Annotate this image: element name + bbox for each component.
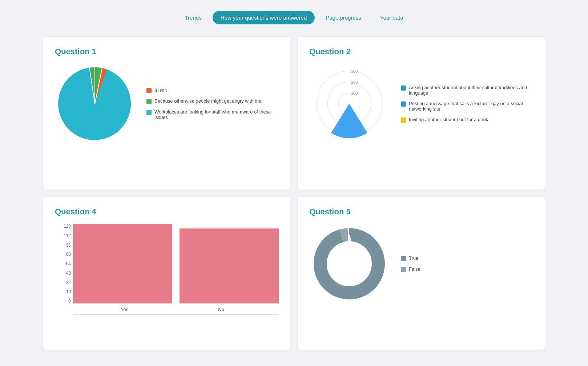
tab-how-answered[interactable]: How your questions were answered xyxy=(213,11,315,24)
q2-chart-area: 300 200 100 Asking another student about… xyxy=(309,64,533,144)
q5-title: Question 5 xyxy=(309,207,533,216)
bar-yes xyxy=(73,224,172,303)
q5-chart-area: True False xyxy=(309,224,533,304)
y-label-0: 0 xyxy=(68,299,71,304)
tab-page-progress[interactable]: Page progress xyxy=(318,11,369,24)
svg-text:300: 300 xyxy=(351,69,358,73)
q4-bars-area: Yes No xyxy=(73,224,279,315)
tab-your-data[interactable]: Your data xyxy=(372,11,411,24)
q1-legend: It isn't Because otherwise people might … xyxy=(146,87,279,120)
question-2-card: Question 2 300 200 100 xyxy=(298,37,545,190)
q1-swatch-1 xyxy=(146,99,152,104)
q1-legend-label-0: It isn't xyxy=(154,87,167,93)
q5-legend-label-1: False xyxy=(409,266,420,272)
q1-legend-item-0: It isn't xyxy=(146,87,279,93)
q2-legend-label-1: Posting a message that calls a lecturer … xyxy=(409,101,533,112)
q2-legend-item-1: Posting a message that calls a lecturer … xyxy=(401,101,533,112)
y-label-80: 80 xyxy=(66,252,71,257)
q4-y-axis: 128 112 96 80 64 48 32 16 0 xyxy=(55,224,71,304)
q1-title: Question 1 xyxy=(55,47,279,56)
q2-legend-item-2: Inviting another student out for a drink xyxy=(401,117,533,123)
q2-swatch-2 xyxy=(401,118,406,123)
q1-swatch-2 xyxy=(146,110,152,115)
question-5-card: Question 5 True xyxy=(298,197,545,350)
q4-chart-inner: 128 112 96 80 64 48 32 16 0 xyxy=(55,224,279,315)
q1-chart-area: It isn't Because otherwise people might … xyxy=(55,64,279,144)
navigation-bar: Trends How your questions were answered … xyxy=(7,7,581,28)
q5-legend-label-0: True xyxy=(409,255,418,261)
q5-swatch-1 xyxy=(401,267,406,272)
q1-legend-item-2: Workplaces are looking for staff who are… xyxy=(146,109,279,120)
q5-legend: True False xyxy=(401,255,420,272)
q2-polar-chart: 300 200 100 xyxy=(309,64,389,144)
svg-text:100: 100 xyxy=(351,91,358,95)
bar-group-no xyxy=(180,224,279,303)
y-label-128: 128 xyxy=(64,224,71,229)
q2-title: Question 2 xyxy=(309,47,533,56)
q5-swatch-0 xyxy=(401,256,406,261)
q2-legend-item-0: Asking another student about their cultu… xyxy=(401,85,533,96)
q1-legend-label-2: Workplaces are looking for staff who are… xyxy=(154,109,279,120)
q2-swatch-1 xyxy=(401,102,406,107)
dashboard-grid: Question 1 It is xyxy=(43,37,545,350)
bar-no xyxy=(180,228,279,303)
bar-label-no: No xyxy=(218,307,224,312)
q4-bar-chart: 128 112 96 80 64 48 32 16 0 xyxy=(55,224,279,315)
q1-legend-item-1: Because otherwise people might get angry… xyxy=(146,98,279,104)
y-label-48: 48 xyxy=(66,271,71,276)
tab-trends[interactable]: Trends xyxy=(177,11,210,24)
q2-legend-label-0: Asking another student about their cultu… xyxy=(409,85,533,96)
q1-swatch-0 xyxy=(146,88,152,93)
q5-legend-item-0: True xyxy=(401,255,420,261)
q4-title: Question 4 xyxy=(55,207,279,216)
q5-donut-chart xyxy=(309,224,389,304)
q2-swatch-0 xyxy=(401,85,406,91)
y-label-16: 16 xyxy=(66,289,71,294)
question-4-card: Question 4 128 112 96 80 64 48 32 16 0 xyxy=(43,197,290,350)
y-label-64: 64 xyxy=(66,261,71,266)
y-label-112: 112 xyxy=(64,233,71,238)
q1-legend-label-1: Because otherwise people might get angry… xyxy=(154,98,261,104)
bar-label-yes: Yes xyxy=(121,307,128,312)
y-label-96: 96 xyxy=(66,243,71,248)
q2-legend-label-2: Inviting another student out for a drink xyxy=(409,117,488,122)
q5-legend-item-1: False xyxy=(401,266,420,272)
bar-group-yes xyxy=(73,224,172,303)
question-1-card: Question 1 It is xyxy=(43,37,290,190)
q1-pie-chart xyxy=(55,64,135,144)
svg-text:200: 200 xyxy=(351,80,358,84)
y-label-32: 32 xyxy=(66,280,71,285)
q2-legend: Asking another student about their cultu… xyxy=(401,85,533,123)
